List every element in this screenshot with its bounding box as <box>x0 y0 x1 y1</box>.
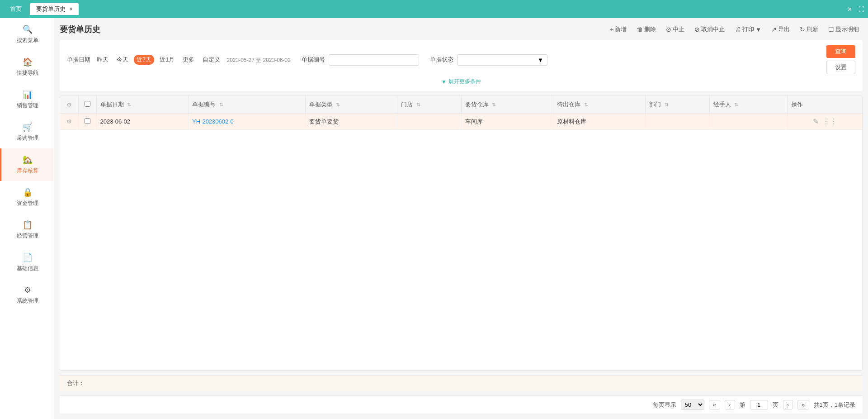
prev-page-button[interactable]: ‹ <box>725 400 735 409</box>
page-unit: 页 <box>773 401 778 409</box>
tab-home[interactable]: 首页 <box>4 3 28 15</box>
refresh-icon: ↻ <box>800 26 805 33</box>
page-title: 要货单历史 <box>60 24 100 35</box>
query-button[interactable]: 查询 <box>826 45 855 58</box>
tab-list: 首页要货单历史 × <box>4 3 847 15</box>
delete-icon: 🗑 <box>637 26 643 33</box>
cancel-stop-button[interactable]: ⊘取消中止 <box>691 24 728 35</box>
sidebar-item-purchase-mgmt[interactable]: 🛒采购管理 <box>0 116 54 148</box>
quick-nav-icon: 🏠 <box>23 57 33 67</box>
date-shortcut-yesterday[interactable]: 昨天 <box>94 55 111 65</box>
table-row[interactable]: ⚙2023-06-02YH-20230602-0要货单要货车间库原材料仓库✎⋮⋮ <box>60 114 862 130</box>
status-select[interactable]: ▼ <box>457 54 547 66</box>
last-page-button[interactable]: » <box>797 400 809 409</box>
doc-number-label: 单据编号 <box>302 56 325 64</box>
expand-row: ▼ 展开更多条件 <box>67 78 855 86</box>
print-arrow-icon: ▼ <box>755 26 761 33</box>
row-checkbox[interactable] <box>85 118 90 124</box>
sidebar-item-basic-info[interactable]: 📄基础信息 <box>0 246 54 279</box>
search-menu-icon: 🔍 <box>23 24 33 34</box>
row-edit-icon[interactable]: ✎ <box>813 117 819 126</box>
filter-panel: 单据日期 昨天今天近7天近1月更多自定义 2023-05-27 至 2023-0… <box>60 40 863 91</box>
page-size-label: 每页显示 <box>653 401 676 409</box>
sidebar: 🔍搜索菜单🏠快捷导航📊销售管理🛒采购管理🏡库存核算🔒资金管理📋经营管理📄基础信息… <box>0 18 54 419</box>
date-range-text: 2023-05-27 至 2023-06-02 <box>226 57 290 64</box>
table-header: ⚙单据日期 ⇅单据编号 ⇅单据类型 ⇅门店 ⇅要货仓库 ⇅待出仓库 ⇅部门 ⇅经… <box>60 96 862 114</box>
date-shortcut-more[interactable]: 更多 <box>180 55 197 65</box>
header-row: ⚙单据日期 ⇅单据编号 ⇅单据类型 ⇅门店 ⇅要货仓库 ⇅待出仓库 ⇅部门 ⇅经… <box>60 96 862 114</box>
pagination-summary: 共1页，1条记录 <box>814 401 855 409</box>
col-header-waitWarehouse[interactable]: 待出仓库 ⇅ <box>553 96 646 114</box>
doc-number-link[interactable]: YH-20230602-0 <box>192 118 234 125</box>
print-button[interactable]: 🖨打印▼ <box>731 24 765 35</box>
data-table: ⚙单据日期 ⇅单据编号 ⇅单据类型 ⇅门店 ⇅要货仓库 ⇅待出仓库 ⇅部门 ⇅经… <box>60 96 862 130</box>
system-mgmt-icon: ⚙ <box>24 285 31 295</box>
pagination: 每页显示 50 100 200 « ‹ 第 页 › » 共1页，1条记录 <box>60 395 863 414</box>
date-shortcut-today[interactable]: 今天 <box>114 55 131 65</box>
sidebar-item-sales-mgmt[interactable]: 📊销售管理 <box>0 83 54 116</box>
close-window-icon[interactable]: ✕ <box>847 6 852 13</box>
operations-mgmt-label: 经营管理 <box>17 232 38 240</box>
new-icon: + <box>610 26 613 33</box>
expand-button[interactable]: ▼ 展开更多条件 <box>441 78 481 86</box>
filter-row: 单据日期 昨天今天近7天近1月更多自定义 2023-05-27 至 2023-0… <box>67 45 855 74</box>
col-header-docType[interactable]: 单据类型 ⇅ <box>305 96 397 114</box>
col-header-docNumber[interactable]: 单据编号 ⇅ <box>189 96 306 114</box>
status-select-arrow: ▼ <box>538 57 543 63</box>
stop-button[interactable]: ⊘中止 <box>662 24 688 35</box>
print-label: 打印 <box>742 25 754 33</box>
system-mgmt-label: 系统管理 <box>17 297 38 305</box>
inventory-calc-label: 库存核算 <box>17 167 38 175</box>
col-header-reqWarehouse[interactable]: 要货仓库 ⇅ <box>461 96 553 114</box>
page-number-input[interactable] <box>750 400 768 409</box>
row-settings-icon[interactable]: ⚙ <box>66 118 72 125</box>
page-size-select[interactable]: 50 100 200 <box>681 400 704 410</box>
fullscreen-icon[interactable]: ⛶ <box>859 6 864 13</box>
show-detail-button[interactable]: ☐显示明细 <box>825 24 863 35</box>
cancel-stop-icon: ⊘ <box>694 26 700 33</box>
export-label: 导出 <box>778 25 790 33</box>
sidebar-item-search-menu[interactable]: 🔍搜索菜单 <box>0 18 54 51</box>
basic-info-icon: 📄 <box>23 252 33 262</box>
sidebar-item-operations-mgmt[interactable]: 📋经营管理 <box>0 214 54 246</box>
date-shortcut-custom[interactable]: 自定义 <box>200 55 223 65</box>
wait-warehouse: 原材料仓库 <box>557 118 586 125</box>
stop-label: 中止 <box>673 25 684 33</box>
col-header-store[interactable]: 门店 ⇅ <box>397 96 462 114</box>
doc-number-input[interactable] <box>329 54 419 66</box>
footer-label: 合计： <box>67 379 85 387</box>
tab-close-requisition-history[interactable]: × <box>68 6 72 12</box>
page-header: 要货单历史 +新增🗑删除⊘中止⊘取消中止🖨打印▼↗导出↻刷新☐显示明细 <box>60 24 863 35</box>
content-area: 要货单历史 +新增🗑删除⊘中止⊘取消中止🖨打印▼↗导出↻刷新☐显示明细 单据日期… <box>54 18 868 419</box>
operations-mgmt-icon: 📋 <box>23 220 33 230</box>
date-shortcut-last1month[interactable]: 近1月 <box>157 55 177 65</box>
date-shortcut-last7days[interactable]: 近7天 <box>134 55 154 65</box>
finance-mgmt-label: 资金管理 <box>17 200 38 207</box>
purchase-mgmt-label: 采购管理 <box>17 134 38 142</box>
date-shortcuts: 昨天今天近7天近1月更多自定义 <box>94 55 223 65</box>
sidebar-item-inventory-calc[interactable]: 🏡库存核算 <box>0 148 54 181</box>
search-menu-label: 搜索菜单 <box>17 37 38 44</box>
next-page-button[interactable]: › <box>783 400 793 409</box>
doc-type: 要货单要货 <box>309 118 339 125</box>
sidebar-item-quick-nav[interactable]: 🏠快捷导航 <box>0 51 54 83</box>
row-delete-icon[interactable]: ⋮⋮ <box>822 117 837 126</box>
new-button[interactable]: +新增 <box>606 24 630 35</box>
export-button[interactable]: ↗导出 <box>768 24 793 35</box>
col-header-handler[interactable]: 经手人 ⇅ <box>709 96 788 114</box>
tab-requisition-history[interactable]: 要货单历史 × <box>30 3 79 15</box>
col-header-checkbox <box>78 96 96 114</box>
req-warehouse: 车间库 <box>465 118 483 125</box>
first-page-button[interactable]: « <box>709 400 720 409</box>
delete-button[interactable]: 🗑删除 <box>633 24 660 35</box>
date-filter-group: 单据日期 昨天今天近7天近1月更多自定义 2023-05-27 至 2023-0… <box>67 55 291 65</box>
sidebar-item-finance-mgmt[interactable]: 🔒资金管理 <box>0 181 54 214</box>
cancel-stop-label: 取消中止 <box>701 25 725 33</box>
setting-button[interactable]: 设置 <box>826 61 855 74</box>
top-bar-right: ✕ ⛶ <box>847 6 864 13</box>
col-header-docDate[interactable]: 单据日期 ⇅ <box>96 96 189 114</box>
refresh-button[interactable]: ↻刷新 <box>796 24 822 35</box>
col-header-department[interactable]: 部门 ⇅ <box>645 96 709 114</box>
select-all-checkbox[interactable] <box>85 101 90 107</box>
sidebar-item-system-mgmt[interactable]: ⚙系统管理 <box>0 279 54 311</box>
